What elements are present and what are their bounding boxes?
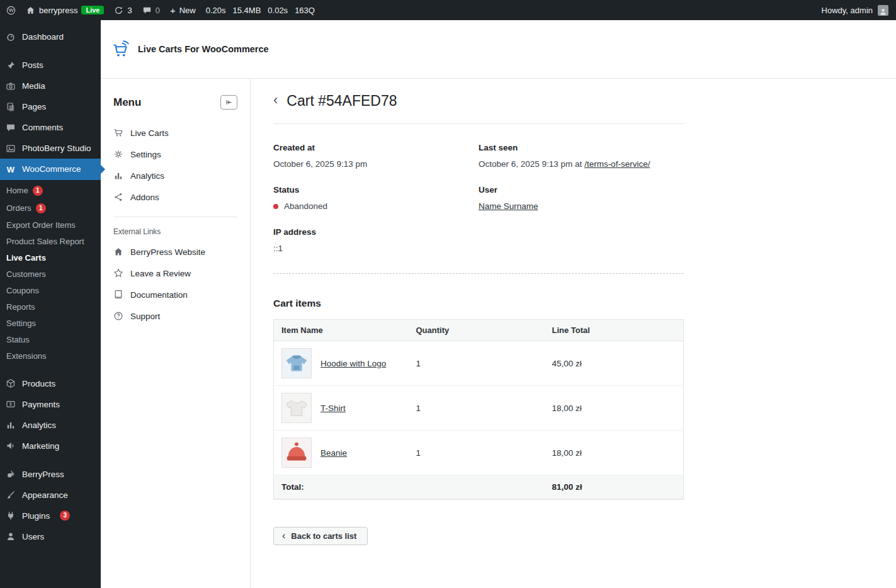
sidebar-item-posts[interactable]: Posts (0, 55, 101, 76)
beanie-product-image (281, 438, 312, 468)
plugin-menu-item-analytics[interactable]: Analytics (113, 165, 237, 186)
external-link-leave-a-review[interactable]: Leave a Review (113, 263, 237, 284)
sidebar-item-marketing[interactable]: Marketing (0, 436, 101, 456)
plus-icon: + (170, 5, 176, 16)
qm-page-time: 0.20s (206, 6, 226, 15)
column-header-line-total: Line Total (545, 320, 684, 341)
product-link[interactable]: Hoodie with Logo (320, 359, 386, 368)
marketing-icon (5, 441, 16, 451)
submenu-item-export-order-items[interactable]: Export Order Items (0, 217, 101, 234)
back-button-label: Back to carts list (291, 531, 356, 541)
product-link[interactable]: T-Shirt (320, 404, 346, 413)
sidebar-item-analytics[interactable]: Analytics (0, 415, 101, 436)
plugin-menu: Menu Live Carts Settings Analytics Addon… (101, 79, 251, 588)
submenu-item-customers[interactable]: Customers (0, 266, 101, 283)
external-link-documentation[interactable]: Documentation (113, 284, 237, 305)
ip-address-field: IP address ::1 (273, 227, 479, 253)
sidebar-item-plugins[interactable]: Plugins3 (0, 506, 101, 526)
user-avatar (878, 5, 888, 16)
external-link-label: BerryPress Website (130, 247, 205, 257)
plugin-menu-label: Analytics (130, 171, 164, 181)
user-link[interactable]: Name Surname (479, 201, 538, 211)
sidebar-item-pages[interactable]: Pages (0, 96, 101, 117)
plugin-menu-item-settings[interactable]: Settings (113, 144, 237, 165)
query-monitor-stats[interactable]: 0.20s 15.4MB 0.02s 163Q (206, 6, 315, 15)
submenu-item-extensions[interactable]: Extensions (0, 348, 101, 365)
addons-icon (113, 192, 123, 202)
sidebar-item-appearance[interactable]: Appearance (0, 485, 101, 506)
plugin-menu-item-addons[interactable]: Addons (113, 186, 237, 208)
submenu-label: Product Sales Report (6, 237, 84, 246)
account-menu[interactable]: Howdy, admin (822, 5, 888, 16)
table-row: Beanie 1 18,00 zł (274, 431, 684, 475)
divider (273, 123, 684, 124)
submenu-item-orders[interactable]: Orders1 (0, 200, 101, 217)
submenu-item-home[interactable]: Home1 (0, 182, 101, 200)
submenu-label: Export Order Items (6, 221, 76, 230)
sidebar-label: Products (22, 378, 55, 389)
quantity-value: 1 (409, 431, 545, 475)
wordpress-logo-icon (6, 6, 16, 15)
plugin-menu-item-live-carts[interactable]: Live Carts (113, 122, 237, 144)
sidebar-label: Media (22, 81, 45, 91)
sidebar-item-payments[interactable]: Payments (0, 394, 101, 415)
sidebar-label: Pages (22, 101, 46, 112)
wordpress-logo-menu[interactable] (6, 6, 16, 15)
live-environment-badge: Live (81, 6, 104, 14)
new-content-menu[interactable]: + New (170, 5, 196, 16)
comments-icon (5, 123, 16, 133)
submenu-label: Home (6, 186, 28, 195)
woocommerce-submenu: Home1 Orders1 Export Order Items Product… (0, 180, 101, 373)
submenu-item-status[interactable]: Status (0, 332, 101, 348)
hoodie-product-image (281, 348, 312, 378)
sidebar-item-woocommerce[interactable]: WWooCommerce (0, 159, 101, 180)
question-icon (113, 311, 123, 321)
collapse-icon (225, 98, 233, 106)
cart-items-table: Item Name Quantity Line Total (273, 319, 684, 499)
submenu-item-product-sales-report[interactable]: Product Sales Report (0, 234, 101, 250)
payments-icon (5, 399, 16, 409)
content-area: Live Carts For WooCommerce Menu Live Car… (101, 20, 896, 588)
comments-count: 0 (156, 6, 160, 15)
sidebar-item-media[interactable]: Media (0, 76, 101, 96)
sidebar-item-users[interactable]: Users (0, 526, 101, 547)
home-count-badge: 1 (33, 186, 43, 196)
back-arrow-button[interactable]: ‹ (273, 93, 278, 109)
sidebar-item-dashboard[interactable]: Dashboard (0, 26, 101, 47)
collapse-menu-button[interactable] (220, 95, 237, 110)
updates-menu[interactable]: 3 (114, 6, 132, 15)
site-name: berrypress (39, 6, 77, 15)
line-total-value: 18,00 zł (545, 431, 684, 475)
site-name-menu[interactable]: berrypress Live (26, 6, 104, 15)
external-link-support[interactable]: Support (113, 305, 237, 327)
chevron-left-icon: ‹ (282, 531, 285, 541)
qm-query-count: 163Q (295, 6, 315, 15)
product-link[interactable]: Beanie (320, 448, 347, 458)
gear-icon (113, 149, 123, 159)
submenu-label: Live Carts (6, 254, 46, 263)
submenu-label: Extensions (6, 352, 47, 361)
sidebar-item-comments[interactable]: Comments (0, 117, 101, 138)
sidebar-item-photoberry-studio[interactable]: PhotoBerry Studio (0, 138, 101, 159)
table-header-row: Item Name Quantity Line Total (274, 320, 684, 341)
plugin-menu-label: Settings (130, 150, 161, 159)
cart-icon (113, 128, 123, 138)
submenu-item-settings[interactable]: Settings (0, 315, 101, 332)
column-header-item-name: Item Name (274, 320, 409, 341)
plugins-icon (5, 511, 16, 521)
back-to-carts-list-button[interactable]: ‹ Back to carts list (273, 527, 368, 545)
external-link-berrypress-website[interactable]: BerryPress Website (113, 241, 237, 263)
last-seen-page-link[interactable]: /terms-of-service/ (584, 159, 650, 169)
submenu-item-reports[interactable]: Reports (0, 299, 101, 315)
dashboard-icon (5, 32, 16, 42)
last-seen-value: October 6, 2025 9:13 pm at (479, 159, 582, 169)
sidebar-item-products[interactable]: Products (0, 373, 101, 394)
sidebar-item-berrypress[interactable]: BerryPress (0, 464, 101, 485)
line-total-value: 18,00 zł (545, 386, 684, 431)
comments-menu[interactable]: 0 (142, 6, 160, 15)
submenu-item-coupons[interactable]: Coupons (0, 283, 101, 299)
line-total-value: 45,00 zł (545, 341, 684, 386)
total-label: Total: (274, 475, 409, 499)
woocommerce-icon: W (5, 164, 16, 175)
submenu-item-live-carts[interactable]: Live Carts (0, 250, 101, 266)
